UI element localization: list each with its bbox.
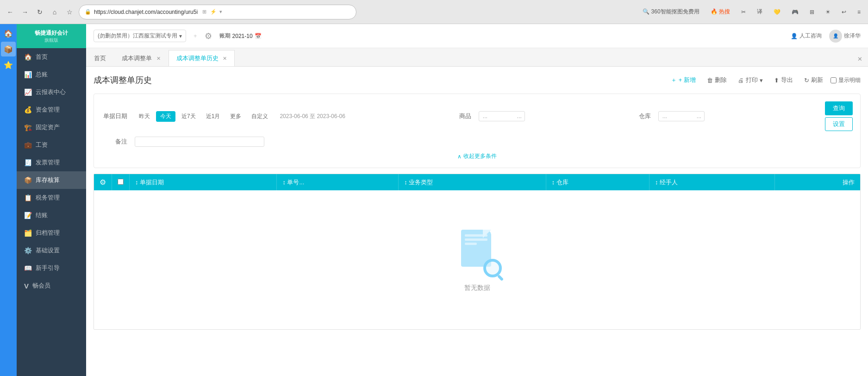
forward-button[interactable]: → — [19, 6, 31, 19]
th-type-label: ↕ 业务类型 — [404, 179, 433, 186]
th-date[interactable]: ↕ 单据日期 — [130, 174, 277, 190]
empty-illustration — [452, 227, 503, 278]
th-settings[interactable]: ⚙ — [94, 174, 112, 190]
collapse-button[interactable]: ∧ 收起更多条件 — [457, 152, 497, 160]
print-button[interactable]: 🖨 打印 ▾ — [734, 74, 767, 86]
query-button[interactable]: 查询 — [825, 101, 853, 115]
refresh-label: 刷新 — [811, 76, 823, 84]
close-all-tabs[interactable]: ✕ — [852, 52, 868, 66]
address-bar[interactable]: 🔒 https://cloud.chanjet.com/accounting/u… — [79, 5, 356, 19]
goods-select-box[interactable]: ... — [479, 111, 525, 121]
filter-settings-button[interactable]: 设置 — [825, 117, 853, 131]
warehouse-filter-label: 仓库 — [625, 112, 651, 120]
page-tabs: 首页 成本调整单 ✕ 成本调整单历史 ✕ ✕ — [86, 48, 868, 67]
settings-gear-header[interactable]: ⚙ — [205, 31, 212, 41]
show-cols-checkbox[interactable]: 显示明细 — [831, 76, 861, 84]
sidebar-item-reports[interactable]: 📈 云报表中心 — [17, 83, 86, 101]
goods-filter-select[interactable]: ... — [479, 111, 525, 121]
guide-icon: 📖 — [24, 264, 32, 272]
date-btn-today[interactable]: 今天 — [156, 111, 175, 122]
icon-bar-home[interactable]: 🏠 — [1, 26, 16, 41]
tab-home[interactable]: 首页 — [86, 50, 114, 66]
bookmark-button[interactable]: ☆ — [63, 6, 76, 19]
show-cols-label: 显示明细 — [838, 76, 861, 84]
tab-cost-adjust-history-close[interactable]: ✕ — [223, 56, 227, 61]
doc-fold — [483, 230, 491, 238]
refresh-button[interactable]: ↻ 刷新 — [800, 74, 827, 86]
sidebar-label-payroll: 工资 — [36, 141, 48, 149]
warehouse-select-box[interactable]: ... — [658, 111, 705, 121]
translate-tool[interactable]: 译 — [753, 6, 766, 18]
sidebar-item-ledger[interactable]: 📊 总账 — [17, 66, 86, 83]
support-btn[interactable]: 👤 人工咨询 — [791, 32, 822, 40]
sidebar-item-home[interactable]: 🏠 首页 — [17, 48, 86, 66]
date-btn-custom[interactable]: 自定义 — [247, 111, 272, 122]
company-selector[interactable]: (勿删勿禁用）江西服宝测试专用 ▾ — [94, 30, 186, 42]
th-type[interactable]: ↕ 业务类型 — [399, 174, 546, 190]
sidebar-item-invoice[interactable]: 🧾 发票管理 — [17, 154, 86, 171]
page-title-bar: 成本调整单历史 ＋ + 新增 🗑 删除 🖨 打印 ▾ — [94, 74, 861, 86]
search-handle — [497, 275, 503, 281]
th-action: 操作 — [774, 174, 860, 190]
doc-line2 — [465, 238, 487, 241]
icon-bar-star[interactable]: ⭐ — [1, 57, 16, 72]
th-operator[interactable]: ↕ 经手人 — [649, 174, 775, 190]
archive-icon: 🗂️ — [24, 229, 32, 237]
sidebar: 畅捷通好会计 旗舰版 🏠 首页 📊 总账 📈 云报表中心 💰 资金管理 🏗️ 固… — [17, 24, 86, 376]
note-filter-input[interactable] — [135, 137, 264, 147]
reload-button[interactable]: ↻ — [33, 6, 46, 19]
sidebar-item-membership[interactable]: V 畅会员 — [17, 277, 86, 295]
sidebar-logo[interactable]: 畅捷通好会计 旗舰版 — [17, 24, 86, 48]
warehouse-filter-select[interactable]: ... — [658, 111, 705, 121]
hot-search[interactable]: 🔥 热搜 — [707, 6, 734, 18]
th-checkbox[interactable] — [112, 174, 130, 190]
undo-tool[interactable]: ↩ — [838, 7, 850, 17]
menu-tool[interactable]: ≡ — [854, 7, 864, 17]
sidebar-item-fixed-assets[interactable]: 🏗️ 固定资产 — [17, 119, 86, 136]
search-tool[interactable]: 🔍 360智能抠图免费用 — [639, 6, 703, 18]
tab-cost-adjust-close[interactable]: ✕ — [156, 56, 161, 61]
sidebar-item-settings[interactable]: ⚙️ 基础设置 — [17, 242, 86, 259]
select-all-checkbox[interactable] — [118, 179, 124, 185]
sidebar-item-tax[interactable]: 📋 税务管理 — [17, 189, 86, 207]
add-button[interactable]: ＋ + 新增 — [667, 74, 699, 86]
tab-cost-adjust-history[interactable]: 成本调整单历史 ✕ — [169, 50, 235, 66]
sidebar-item-guide[interactable]: 📖 新手引导 — [17, 259, 86, 277]
scissors-tool[interactable]: ✂ — [737, 7, 749, 17]
th-number[interactable]: ↕ 单号... — [277, 174, 399, 190]
th-action-label: 操作 — [843, 179, 855, 186]
delete-button[interactable]: 🗑 删除 — [703, 74, 731, 86]
date-btn-1month[interactable]: 近1月 — [202, 111, 225, 122]
app-container: 🏠 📦 ⭐ 畅捷通好会计 旗舰版 🏠 首页 📊 总账 📈 云报表中心 💰 资金管… — [0, 24, 868, 376]
delete-label: 删除 — [715, 76, 727, 84]
sidebar-item-payroll[interactable]: 💼 工资 — [17, 136, 86, 154]
export-button[interactable]: ⬆ 导出 — [770, 74, 797, 86]
sidebar-item-archive[interactable]: 🗂️ 归档管理 — [17, 224, 86, 242]
game-tool[interactable]: 🎮 — [788, 7, 802, 17]
sidebar-label-fixed-assets: 固定资产 — [36, 123, 60, 132]
show-cols-input[interactable] — [831, 77, 837, 83]
user-profile-btn[interactable]: 👤 徐泽华 — [829, 30, 861, 43]
back-button[interactable]: ← — [4, 6, 17, 19]
sidebar-item-closing[interactable]: 📝 结账 — [17, 207, 86, 224]
th-warehouse[interactable]: ↕ 仓库 — [546, 174, 649, 190]
home-button[interactable]: ⌂ — [48, 6, 61, 19]
wallet-tool[interactable]: 💛 — [770, 7, 784, 17]
date-btn-yesterday[interactable]: 昨天 — [135, 111, 154, 122]
date-btn-7days[interactable]: 近7天 — [177, 111, 200, 122]
support-label: 人工咨询 — [799, 32, 822, 40]
url-text: https://cloud.chanjet.com/accounting/uru… — [94, 9, 198, 15]
main-content: (勿删勿禁用）江西服宝测试专用 ▾ + ⚙ 账期 2021-10 📅 👤 人工咨… — [86, 24, 868, 376]
sidebar-label-archive: 归档管理 — [36, 229, 60, 237]
brightness-tool[interactable]: ☀ — [822, 7, 834, 17]
calendar-icon: 📅 — [255, 33, 262, 39]
sidebar-item-funds[interactable]: 💰 资金管理 — [17, 101, 86, 119]
date-btn-more[interactable]: 更多 — [226, 111, 245, 122]
sidebar-item-inventory[interactable]: 📦 库存核算 — [17, 171, 86, 189]
table-settings-icon[interactable]: ⚙ — [100, 178, 106, 186]
icon-bar-active[interactable]: 📦 — [1, 42, 16, 56]
tab-cost-adjust[interactable]: 成本调整单 ✕ — [114, 50, 169, 66]
grid-tool[interactable]: ⊞ — [806, 7, 818, 17]
th-number-label: ↕ 单号... — [282, 179, 304, 186]
sidebar-label-reports: 云报表中心 — [36, 88, 66, 96]
